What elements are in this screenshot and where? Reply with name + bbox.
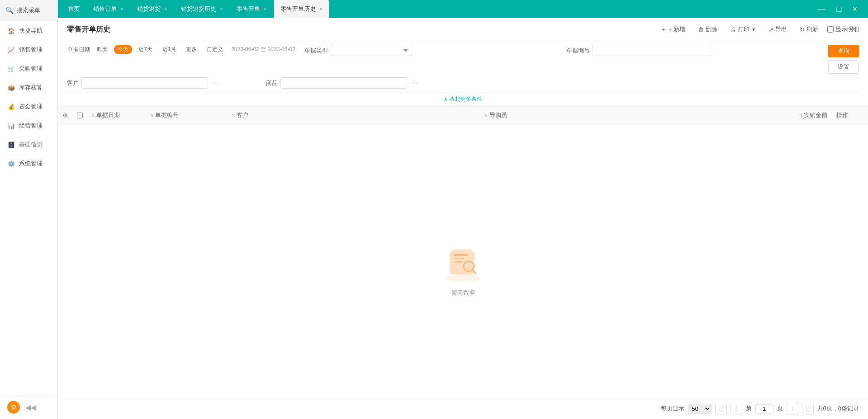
prev-page-btn[interactable]: ⟨ xyxy=(730,403,742,414)
add-label: + 新增 xyxy=(669,25,685,33)
last7-btn[interactable]: 近7天 xyxy=(135,45,156,54)
refresh-icon: ↻ xyxy=(800,26,805,33)
export-icon: ↗ xyxy=(768,26,773,33)
operations-icon: 📊 xyxy=(7,122,15,130)
customer-ellipsis[interactable]: ··· xyxy=(211,79,220,87)
bill-type-label: 单据类型 xyxy=(304,47,328,55)
table-settings-icon[interactable]: ⚙ xyxy=(62,112,68,119)
tab-sales-order[interactable]: 销售订单 × xyxy=(87,0,130,18)
col-header-guide[interactable]: ⇅ 导购员 xyxy=(480,108,534,123)
col-header-billno[interactable]: ⇅ 单据编号 xyxy=(146,108,227,123)
empty-text: 暂无数据 xyxy=(451,289,475,297)
sidebar-item-inventory[interactable]: 📦 库存核算 xyxy=(0,78,57,97)
sales-icon: 📈 xyxy=(7,46,15,54)
first-page-btn[interactable]: ⟨⟨ xyxy=(715,403,727,414)
sidebar-item-base-info[interactable]: 🗄️ 基础信息 xyxy=(0,135,57,154)
next-page-btn[interactable]: ⟩ xyxy=(787,403,798,414)
delete-button[interactable]: 🗑 删除 xyxy=(694,24,721,35)
sidebar-label-purchase-mgmt: 采购管理 xyxy=(19,65,43,73)
select-all-checkbox[interactable] xyxy=(77,113,83,118)
sidebar-item-sales-mgmt[interactable]: 📈 销售管理 xyxy=(0,40,57,59)
goods-ellipsis[interactable]: ··· xyxy=(410,79,419,87)
col-billno-label: 单据编号 xyxy=(155,111,179,119)
goods-label: 商品 xyxy=(266,79,278,87)
sidebar-item-system-mgmt[interactable]: ⚙️ 系统管理 xyxy=(0,154,57,173)
page-label: 第 xyxy=(746,405,752,413)
window-close-button[interactable]: × xyxy=(849,3,861,16)
finance-icon: 💰 xyxy=(7,103,15,111)
query-button[interactable]: 查询 xyxy=(828,45,859,57)
total-info: 共0页，0条记录 xyxy=(817,405,859,413)
refresh-button[interactable]: ↻ 刷新 xyxy=(796,24,822,35)
settings-button[interactable]: 设置 xyxy=(828,60,859,74)
goods-input[interactable] xyxy=(280,77,407,89)
col-header-date[interactable]: ⇅ 单据日期 xyxy=(87,108,146,123)
sidebar: 🔍 搜索采单 🏠 快捷导航 📈 销售管理 🛒 采购管理 📦 库存核算 💰 资金管… xyxy=(0,0,58,419)
window-minimize-button[interactable]: — xyxy=(814,3,830,16)
sidebar-item-operations[interactable]: 📊 经营管理 xyxy=(0,116,57,135)
sidebar-item-purchase-mgmt[interactable]: 🛒 采购管理 xyxy=(0,59,57,78)
per-page-select[interactable]: 10 20 50 100 xyxy=(688,404,711,414)
tab-retail-history-label: 零售开单历史 xyxy=(280,5,316,13)
collapse-filter-button[interactable]: ∧ 收起更多条件 xyxy=(67,95,859,103)
purchase-icon: 🛒 xyxy=(7,65,15,73)
custom-btn[interactable]: 自定义 xyxy=(203,45,227,54)
collapse-up-icon: ∧ xyxy=(444,96,448,103)
col-customer-label: 客户 xyxy=(237,111,248,119)
export-button[interactable]: ↗ 导出 xyxy=(765,24,791,35)
tab-sales-return-label: 销货退货 xyxy=(137,5,161,13)
page-title: 零售开单历史 xyxy=(67,25,110,34)
sidebar-search-label: 搜索采单 xyxy=(17,6,40,14)
svg-rect-4 xyxy=(454,258,464,259)
tab-retail-history-close[interactable]: × xyxy=(319,6,323,12)
inventory-icon: 📦 xyxy=(7,84,15,92)
tab-sales-return-history-close[interactable]: × xyxy=(220,6,223,12)
col-guide-label: 导购员 xyxy=(489,111,507,119)
page-number-input[interactable] xyxy=(755,404,773,414)
settings-gear-button[interactable]: ⚙ xyxy=(7,401,20,414)
col-header-customer[interactable]: ⇅ 客户 xyxy=(227,108,480,123)
customer-label: 客户 xyxy=(67,79,79,87)
base-icon: 🗄️ xyxy=(7,141,15,149)
collapse-sidebar-button[interactable]: ◀◀ xyxy=(25,403,36,412)
tab-sales-return-close[interactable]: × xyxy=(164,6,167,12)
last-page-btn[interactable]: ⟩⟩ xyxy=(802,403,814,414)
sidebar-item-quick-nav[interactable]: 🏠 快捷导航 xyxy=(0,21,57,40)
tab-sales-order-close[interactable]: × xyxy=(120,6,123,12)
tab-home[interactable]: 首页 xyxy=(62,0,86,18)
display-detail-checkbox-label[interactable]: 显示明细 xyxy=(827,25,859,33)
window-maximize-button[interactable]: □ xyxy=(833,3,845,16)
sort-icon-date: ⇅ xyxy=(91,113,95,118)
tab-retail-open-close[interactable]: × xyxy=(264,6,267,12)
toolbar: ＋ + 新增 🗑 删除 🖨 打印 ▼ ↗ 导出 xyxy=(657,24,859,35)
last-month-btn[interactable]: 近1月 xyxy=(159,45,180,54)
today-btn[interactable]: 今天 xyxy=(114,45,132,54)
col-header-amount[interactable]: ⇅ 实销金额 xyxy=(778,108,832,123)
print-label: 打印 xyxy=(738,25,749,33)
sidebar-item-finance[interactable]: 💰 资金管理 xyxy=(0,97,57,116)
empty-state-svg xyxy=(441,243,486,283)
empty-illustration: 暂无数据 xyxy=(441,243,486,297)
more-btn[interactable]: 更多 xyxy=(182,45,200,54)
bill-no-input[interactable] xyxy=(593,45,710,56)
customer-input[interactable] xyxy=(81,77,208,89)
collapse-label: 收起更多条件 xyxy=(450,95,482,103)
tab-sales-return-history-label: 销货退货历史 xyxy=(181,5,216,13)
tab-retail-open[interactable]: 零售开单 × xyxy=(230,0,273,18)
per-page-label: 每页显示 xyxy=(661,405,684,413)
sort-icon-amount: ⇅ xyxy=(799,113,802,118)
add-icon: ＋ xyxy=(661,25,667,33)
tab-sales-return-history[interactable]: 销货退货历史 × xyxy=(175,0,229,18)
display-detail-label: 显示明细 xyxy=(835,25,859,33)
bill-type-select[interactable] xyxy=(331,45,412,56)
home-icon: 🏠 xyxy=(7,27,15,35)
tab-retail-history[interactable]: 零售开单历史 × xyxy=(274,0,329,18)
print-button[interactable]: 🖨 打印 ▼ xyxy=(726,24,759,35)
yesterday-btn[interactable]: 昨天 xyxy=(93,45,111,54)
add-button[interactable]: ＋ + 新增 xyxy=(657,24,689,35)
sidebar-search[interactable]: 🔍 搜索采单 xyxy=(0,0,57,21)
display-detail-checkbox[interactable] xyxy=(827,26,834,33)
svg-rect-3 xyxy=(454,254,468,256)
tab-sales-return[interactable]: 销货退货 × xyxy=(131,0,174,18)
page-title-row: 零售开单历史 ＋ + 新增 🗑 删除 🖨 打印 ▼ xyxy=(67,24,859,35)
